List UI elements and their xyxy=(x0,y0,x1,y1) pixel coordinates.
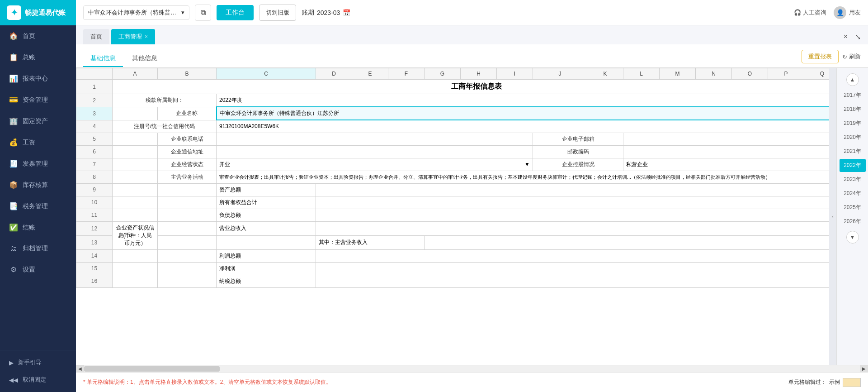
year-2021[interactable]: 2021年 xyxy=(840,145,866,158)
sidebar-item-fixed-assets[interactable]: 🏢 固定资产 xyxy=(0,110,76,132)
col-header-B[interactable]: B xyxy=(158,68,217,80)
sidebar-item-ledger[interactable]: 📋 总账 xyxy=(0,47,76,68)
cell-15-A[interactable] xyxy=(113,262,158,275)
cell-shareholding-value[interactable]: 私营企业 xyxy=(623,158,830,171)
col-header-D[interactable]: D xyxy=(316,68,352,80)
cell-11-A[interactable] xyxy=(113,209,158,221)
window-expand-button[interactable]: ⤡ xyxy=(855,33,861,41)
col-header-Q[interactable]: Q xyxy=(804,68,830,80)
cell-12-B[interactable] xyxy=(158,221,217,235)
cell-title[interactable]: 工商年报信息表 xyxy=(113,80,830,94)
cell-period-value[interactable]: 2022年度 xyxy=(217,94,830,107)
col-header-K[interactable]: K xyxy=(587,68,623,80)
tab-active-business[interactable]: 工商管理 × xyxy=(111,29,155,44)
col-header-E[interactable]: E xyxy=(352,68,388,80)
tab-close-icon[interactable]: × xyxy=(145,33,148,40)
cell-16-B[interactable] xyxy=(158,275,217,287)
cell-reg-value[interactable]: 91320100MA208E5W6K xyxy=(217,120,830,133)
tab-other-info[interactable]: 其他信息 xyxy=(125,51,165,67)
sidebar-item-inventory[interactable]: 📦 库存核算 xyxy=(0,174,76,196)
col-header-L[interactable]: L xyxy=(623,68,660,80)
cell-liabilities-value[interactable] xyxy=(316,209,830,221)
calendar-icon[interactable]: 📅 xyxy=(343,9,350,16)
cell-email-value[interactable] xyxy=(623,133,830,145)
year-2024[interactable]: 2024年 xyxy=(840,187,866,200)
cell-10-A[interactable] xyxy=(113,196,158,209)
cell-5-A[interactable] xyxy=(113,133,158,145)
window-close-button[interactable]: × xyxy=(844,33,848,41)
cell-14-A[interactable] xyxy=(113,249,158,262)
cell-postal-value[interactable] xyxy=(623,145,830,158)
cell-equity-value[interactable] xyxy=(316,196,830,209)
col-header-J[interactable]: J xyxy=(533,68,587,80)
sidebar-item-closing[interactable]: ✅ 结账 xyxy=(0,217,76,238)
col-header-N[interactable]: N xyxy=(696,68,732,80)
scroll-right-arrow[interactable]: ▶ xyxy=(860,365,868,373)
cell-phone-value[interactable] xyxy=(217,133,533,145)
col-header-F[interactable]: F xyxy=(388,68,425,80)
year-2022[interactable]: 2022年 xyxy=(840,159,866,172)
cell-net-profit-value[interactable] xyxy=(316,262,830,275)
panel-arrow-down[interactable]: ▼ xyxy=(846,231,859,244)
col-header-C[interactable]: C xyxy=(217,68,316,80)
tab-basic-info[interactable]: 基础信息 xyxy=(83,51,123,67)
workbench-button[interactable]: 工作台 xyxy=(217,5,254,20)
cell-address-value[interactable] xyxy=(217,145,533,158)
col-header-I[interactable]: I xyxy=(497,68,533,80)
user-menu[interactable]: 👤 用友 xyxy=(834,6,861,19)
sidebar-item-settings[interactable]: ⚙ 设置 xyxy=(0,259,76,280)
cell-3-A[interactable] xyxy=(113,107,158,120)
scroll-thumb[interactable] xyxy=(84,366,220,372)
refresh-button[interactable]: ↻ 刷新 xyxy=(842,53,861,61)
copy-button[interactable]: ⧉ xyxy=(195,5,211,21)
year-2026[interactable]: 2026年 xyxy=(840,215,866,228)
year-2017[interactable]: 2017年 xyxy=(840,89,866,102)
cell-profit-value[interactable] xyxy=(316,249,830,262)
sidebar-item-invoice[interactable]: 🧾 发票管理 xyxy=(0,153,76,174)
cell-tax-value[interactable] xyxy=(316,275,830,287)
switch-version-button[interactable]: 切到旧版 xyxy=(259,5,296,21)
sidebar-item-archive[interactable]: 🗂 归档管理 xyxy=(0,238,76,259)
year-2018[interactable]: 2018年 xyxy=(840,103,866,116)
cell-13-B[interactable] xyxy=(158,235,217,249)
cell-assets-value[interactable] xyxy=(316,183,830,196)
spreadsheet-main[interactable]: A B C D E F G H I J K L xyxy=(76,68,829,365)
reset-report-button[interactable]: 重置报表 xyxy=(802,50,839,63)
year-2023[interactable]: 2023年 xyxy=(840,173,866,186)
cell-13-C[interactable] xyxy=(217,235,316,249)
cell-7-A[interactable] xyxy=(113,158,158,171)
cell-16-A[interactable] xyxy=(113,275,158,287)
year-2020[interactable]: 2020年 xyxy=(840,131,866,144)
cell-revenue-value[interactable] xyxy=(316,221,830,235)
panel-arrow-up[interactable]: ▲ xyxy=(846,73,859,86)
horizontal-scrollbar[interactable]: ◀ ▶ xyxy=(76,365,868,372)
sidebar-item-tax[interactable]: 📑 税务管理 xyxy=(0,196,76,217)
tab-home[interactable]: 首页 xyxy=(83,29,109,44)
service-button[interactable]: 🎧 人工咨询 xyxy=(794,9,826,17)
scroll-track[interactable] xyxy=(84,365,860,372)
cell-9-B[interactable] xyxy=(158,183,217,196)
sidebar-item-payroll[interactable]: 💰 工资 xyxy=(0,132,76,153)
col-header-M[interactable]: M xyxy=(660,68,696,80)
year-2025[interactable]: 2025年 xyxy=(840,201,866,214)
sidebar-item-unpin[interactable]: ◀◀ 取消固定 xyxy=(0,371,76,388)
cell-11-B[interactable] xyxy=(158,209,217,221)
sidebar-item-new-guide[interactable]: ▶ 新手引导 xyxy=(0,354,76,371)
cell-8-A[interactable] xyxy=(113,171,158,183)
sidebar-item-finance[interactable]: 💳 资金管理 xyxy=(0,89,76,110)
cell-company-name-value[interactable]: 中审众环会计师事务所（特殊普通合伙）江苏分所 xyxy=(217,107,830,120)
cell-6-A[interactable] xyxy=(113,145,158,158)
col-header-O[interactable]: O xyxy=(732,68,768,80)
sidebar-item-home[interactable]: 🏠 首页 xyxy=(0,25,76,47)
cell-10-B[interactable] xyxy=(158,196,217,209)
company-selector[interactable]: 中审众环会计师事务所（特殊普通合伙... ▾ xyxy=(83,5,189,20)
scroll-left-arrow[interactable]: ◀ xyxy=(76,365,84,373)
col-header-G[interactable]: G xyxy=(425,68,461,80)
cell-9-A[interactable] xyxy=(113,183,158,196)
cell-15-B[interactable] xyxy=(158,262,217,275)
collapse-panel[interactable]: ‹ xyxy=(829,68,836,365)
col-header-H[interactable]: H xyxy=(461,68,497,80)
dropdown-icon[interactable]: ▼ xyxy=(524,161,530,167)
col-header-P[interactable]: P xyxy=(768,68,804,80)
cell-main-biz-value[interactable]: 审查企业会计报表；出具审计报告；验证企业资本；出具验资报告；办理企业合并、分立、… xyxy=(217,171,830,183)
